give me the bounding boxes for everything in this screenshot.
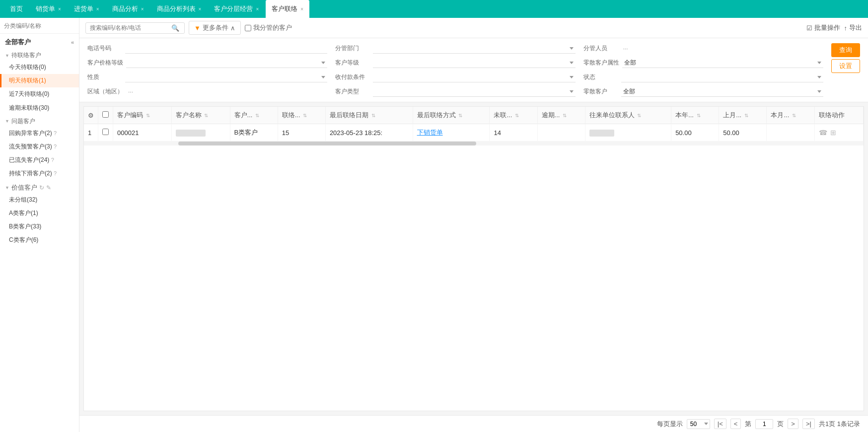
sidebar-group-pending: 待联络客户 <box>0 49 79 61</box>
nav-sales-order[interactable]: 销货单 × <box>30 0 67 18</box>
person-more-btn[interactable]: ··· <box>621 44 630 53</box>
price-grade-select[interactable] <box>126 58 327 68</box>
table-row: 1 000021 B类客户 15 2023-05-23 18:25: 下销货单 … <box>84 124 864 142</box>
toolbar: 🔍 ▼ 更多条件 ∧ 我分管的客户 ☑ 批量操作 ↑ 导出 <box>79 18 868 38</box>
close-icon[interactable]: × <box>96 6 99 12</box>
nav-customer-contact[interactable]: 客户联络 × <box>266 0 309 18</box>
sidebar-item-ungrouped[interactable]: 未分组(32) <box>0 193 79 207</box>
close-icon[interactable]: × <box>199 6 202 12</box>
nav-product-analysis-list[interactable]: 商品分析列表 × <box>151 0 208 18</box>
nav-customer-tier[interactable]: 客户分层经营 × <box>208 0 265 18</box>
filter-retail-attr: 零散客户属性 全部 <box>583 58 823 68</box>
sidebar-item-7days[interactable]: 近7天待联络(0) <box>0 87 79 101</box>
close-icon[interactable]: × <box>58 6 61 12</box>
contact-action-icon[interactable]: ☎ <box>819 129 827 137</box>
action-icons: ☎ ⊞ <box>819 129 859 137</box>
content-area: 🔍 ▼ 更多条件 ∧ 我分管的客户 ☑ 批量操作 ↑ 导出 <box>79 18 868 432</box>
col-last-month: 上月... ⇅ <box>719 107 767 124</box>
nav-home[interactable]: 首页 <box>4 0 29 18</box>
sidebar-item-churned[interactable]: 已流失客户(24) ? <box>0 153 79 167</box>
close-icon[interactable]: × <box>300 6 303 12</box>
phone-input[interactable] <box>125 43 327 54</box>
my-customers-checkbox-label: 我分管的客户 <box>245 23 292 32</box>
cell-contacts <box>585 124 671 142</box>
set-button[interactable]: 设置 <box>831 59 860 73</box>
filter-row-1: 电话号码 分管部门 分管人员 ··· <box>87 43 823 54</box>
sidebar: 🔍 全部客户 « 待联络客户 今天待联络(0) 明天待联络(1) 近7天待联络(… <box>0 18 79 432</box>
payment-select[interactable] <box>373 72 575 82</box>
nature-select[interactable] <box>125 72 327 82</box>
last-method-link[interactable]: 下销货单 <box>417 129 443 136</box>
col-this-year: 本年... ⇅ <box>671 107 719 124</box>
first-page-btn[interactable]: |< <box>714 419 726 429</box>
scrollbar-thumb[interactable] <box>178 142 476 145</box>
status-select[interactable] <box>621 72 823 82</box>
page-input[interactable] <box>755 419 773 429</box>
col-overdue: 逾期... ⇅ <box>537 107 585 124</box>
horizontal-scrollbar[interactable] <box>84 142 864 145</box>
sidebar-item-churn-warning[interactable]: 流失预警客户(3) ? <box>0 140 79 153</box>
sidebar-item-overdue[interactable]: 逾期未联络(30) <box>0 101 79 115</box>
more-filter-btn[interactable]: ▼ 更多条件 ∧ <box>189 21 241 35</box>
top-nav: 首页 销货单 × 进货单 × 商品分析 × 商品分析列表 × 客户分层经营 × … <box>0 0 868 18</box>
col-unlinked: 未联... ⇅ <box>490 107 537 124</box>
col-last-method: 最后联络方式 ⇅ <box>413 107 490 124</box>
more-action-icon[interactable]: ⊞ <box>830 129 836 137</box>
close-icon[interactable]: × <box>141 6 144 12</box>
page-size-select[interactable]: 50 100 200 <box>687 419 710 429</box>
filter-person: 分管人员 ··· <box>583 44 823 53</box>
customer-type-select[interactable] <box>373 86 575 97</box>
next-page-btn[interactable]: > <box>788 419 798 429</box>
nav-purchase-order[interactable]: 进货单 × <box>68 0 105 18</box>
prev-page-btn[interactable]: < <box>730 419 741 429</box>
filter-customer-type: 客户类型 <box>335 86 575 97</box>
table-container: ⚙ 客户编码 ⇅ 客户名称 ⇅ 客户... ⇅ 联络... ⇅ 最后联络日期 ⇅… <box>83 106 864 411</box>
last-page-btn[interactable]: >| <box>802 419 815 429</box>
filter-area: 区域（地区） ··· <box>87 87 327 96</box>
query-button[interactable]: 查询 <box>831 43 860 57</box>
export-icon: ↑ <box>844 24 848 32</box>
filter-actions: 查询 设置 <box>831 43 860 97</box>
chevron-up-icon: ∧ <box>230 24 235 32</box>
filter-price-grade: 客户价格等级 <box>87 58 327 68</box>
dept-select[interactable] <box>373 43 575 54</box>
main-search-input[interactable] <box>90 24 169 31</box>
cell-code: 000021 <box>113 124 172 142</box>
cell-checkbox <box>98 124 113 142</box>
sidebar-item-repurchase-abnormal[interactable]: 回购异常客户(2) ? <box>0 127 79 140</box>
search-icon[interactable]: 🔍 <box>171 24 179 32</box>
cell-last-date: 2023-05-23 18:25: <box>325 124 413 142</box>
per-page-label: 每页显示 <box>657 420 683 429</box>
main-layout: 🔍 全部客户 « 待联络客户 今天待联络(0) 明天待联络(1) 近7天待联络(… <box>0 18 868 432</box>
col-code: 客户编码 ⇅ <box>113 107 172 124</box>
filter-icon: ▼ <box>194 24 201 32</box>
cell-last-month: 50.00 <box>719 124 767 142</box>
close-icon[interactable]: × <box>256 6 259 12</box>
sidebar-item-declining[interactable]: 持续下滑客户(2) ? <box>0 167 79 180</box>
cell-unlinked: 14 <box>490 124 537 142</box>
my-customers-checkbox[interactable] <box>245 25 251 31</box>
cell-last-method: 下销货单 <box>413 124 490 142</box>
filter-status: 状态 <box>583 72 823 82</box>
batch-action-btn[interactable]: ☑ 批量操作 <box>806 23 840 32</box>
sidebar-item-class-a[interactable]: A类客户(1) <box>0 207 79 220</box>
retail-customer-select[interactable]: 全部 <box>621 86 823 97</box>
sidebar-item-class-b[interactable]: B类客户(33) <box>0 220 79 233</box>
collapse-icon[interactable]: « <box>71 39 74 45</box>
sidebar-item-tomorrow[interactable]: 明天待联络(1) <box>0 74 79 87</box>
page-label: 第 <box>745 420 751 429</box>
sidebar-search-input[interactable] <box>4 22 78 29</box>
nav-product-analysis[interactable]: 商品分析 × <box>106 0 150 18</box>
col-checkbox <box>98 107 113 124</box>
select-all-checkbox[interactable] <box>102 111 109 118</box>
customer-grade-select[interactable] <box>373 58 575 68</box>
sidebar-item-today[interactable]: 今天待联络(0) <box>0 61 79 74</box>
retail-attr-select[interactable]: 全部 <box>622 58 823 68</box>
export-btn[interactable]: ↑ 导出 <box>844 23 863 32</box>
cell-this-year: 50.00 <box>671 124 719 142</box>
area-more-btn[interactable]: ··· <box>126 87 135 96</box>
row-checkbox[interactable] <box>102 129 109 135</box>
sidebar-item-class-c[interactable]: C类客户(6) <box>0 233 79 247</box>
cell-name <box>171 124 230 142</box>
filter-retail-customer: 零散客户 全部 <box>583 86 823 97</box>
